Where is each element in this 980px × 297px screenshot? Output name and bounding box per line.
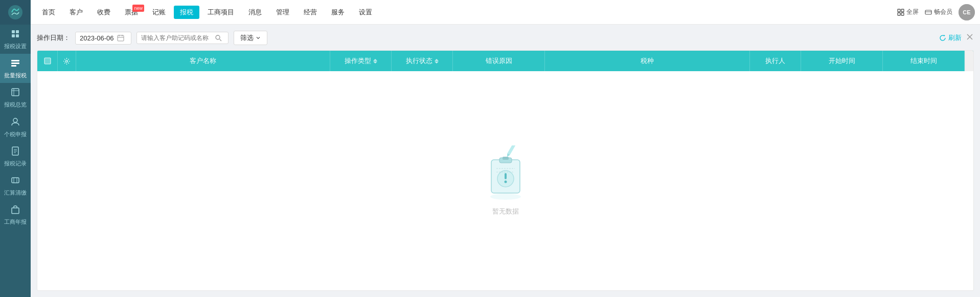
th-executor: 执行人 xyxy=(750,51,801,71)
svg-rect-21 xyxy=(901,9,904,12)
svg-rect-1 xyxy=(12,30,15,33)
search-input[interactable] xyxy=(141,34,213,41)
sidebar-item-baoshui-zonlan[interactable]: 报税总览 xyxy=(0,83,31,112)
sidebar-item-huisuan-jiaona[interactable]: 汇算清缴 xyxy=(0,171,31,200)
new-badge: new xyxy=(132,5,144,12)
piliang-baoshui-icon xyxy=(10,58,20,71)
search-box[interactable] xyxy=(136,32,229,44)
sidebar-item-label: 批量报税 xyxy=(4,72,27,79)
huisuan-jiaona-icon xyxy=(10,175,20,188)
th-settings[interactable] xyxy=(58,51,76,71)
nav-item-fuwu[interactable]: 服务 xyxy=(325,6,351,19)
member-icon xyxy=(925,9,932,16)
th-endtime: 结束时间 xyxy=(883,51,965,71)
svg-rect-7 xyxy=(11,65,16,67)
svg-point-0 xyxy=(8,5,22,19)
svg-rect-20 xyxy=(898,9,900,12)
sidebar-item-label: 工商年报 xyxy=(4,219,27,225)
sidebar-item-label: 报税记录 xyxy=(4,160,27,167)
nav-right: 全屏 畅会员 CE xyxy=(897,4,975,20)
filter-button[interactable]: 筛选 xyxy=(234,31,267,45)
table-header: 客户名称 操作类型 执行状态 错误原因 xyxy=(37,51,973,71)
svg-line-31 xyxy=(220,39,222,41)
refresh-icon xyxy=(939,34,946,41)
nav-item-shoufei[interactable]: 收费 xyxy=(91,6,117,19)
close-icon xyxy=(966,33,974,41)
svg-rect-8 xyxy=(12,89,19,96)
fullscreen-icon xyxy=(897,9,904,16)
nav-item-piao[interactable]: 票据 new xyxy=(119,6,144,19)
sidebar-item-baoshui-shezhi[interactable]: 报税设置 xyxy=(0,25,31,54)
svg-point-44 xyxy=(504,181,507,183)
svg-rect-24 xyxy=(925,10,931,14)
checkbox-all-icon xyxy=(44,57,51,65)
sort-icon xyxy=(435,59,439,63)
column-settings-icon xyxy=(63,57,71,65)
empty-illustration xyxy=(480,145,531,202)
main-area: 首页 客户 收费 票据 new 记账 报税 工商项目 消息 xyxy=(31,0,980,297)
th-checkbox[interactable] xyxy=(37,51,58,71)
sidebar-item-label: 个税申报 xyxy=(4,131,27,138)
nav-items: 首页 客户 收费 票据 new 记账 报税 工商项目 消息 xyxy=(36,6,897,19)
nav-item-baoshui[interactable]: 报税 xyxy=(174,6,199,19)
close-button[interactable] xyxy=(966,33,974,43)
th-error: 错误原因 xyxy=(453,51,545,71)
th-client: 客户名称 xyxy=(76,51,330,71)
nav-item-xiaoxi[interactable]: 消息 xyxy=(242,6,268,19)
th-optype[interactable]: 操作类型 xyxy=(330,51,392,71)
top-navigation: 首页 客户 收费 票据 new 记账 报税 工商项目 消息 xyxy=(31,0,980,25)
refresh-button[interactable]: 刷新 xyxy=(939,33,962,43)
app-logo[interactable] xyxy=(0,0,31,25)
nav-item-homepage[interactable]: 首页 xyxy=(36,6,61,19)
svg-rect-43 xyxy=(505,173,507,179)
baoshui-shezhi-icon xyxy=(10,29,20,41)
nav-item-jingying[interactable]: 经营 xyxy=(298,6,323,19)
content-area: 操作日期： 2023-06-06 筛选 xyxy=(31,25,980,297)
nav-item-gongshang[interactable]: 工商项目 xyxy=(201,6,240,19)
svg-rect-22 xyxy=(898,13,900,15)
svg-rect-16 xyxy=(12,178,19,183)
nav-item-jizha[interactable]: 记账 xyxy=(146,6,172,19)
table-body: 暂无数据 xyxy=(37,71,973,290)
sidebar-item-geshui-shenbao[interactable]: 个税申报 xyxy=(0,113,31,142)
empty-text: 暂无数据 xyxy=(492,207,519,216)
sidebar: 报税设置 批量报税 报税总览 个税申报 xyxy=(0,0,31,297)
empty-state: 暂无数据 xyxy=(470,135,541,226)
svg-rect-34 xyxy=(44,58,51,64)
svg-point-11 xyxy=(13,118,17,122)
member-button[interactable]: 畅会员 xyxy=(925,8,952,16)
baoshui-jilu-icon xyxy=(10,146,20,159)
th-starttime: 开始时间 xyxy=(801,51,883,71)
sidebar-item-label: 报税设置 xyxy=(4,43,27,50)
user-avatar[interactable]: CE xyxy=(959,4,975,20)
svg-rect-19 xyxy=(12,208,19,214)
svg-rect-3 xyxy=(12,34,15,37)
geshui-shenbao-icon xyxy=(10,117,20,130)
sidebar-item-piliang-baoshui[interactable]: 批量报税 xyxy=(0,54,31,83)
calendar-icon xyxy=(117,34,124,41)
svg-rect-6 xyxy=(11,62,19,64)
filter-bar: 操作日期： 2023-06-06 筛选 xyxy=(37,31,974,45)
nav-item-guanli[interactable]: 管理 xyxy=(270,6,295,19)
search-icon xyxy=(215,34,222,41)
baoshui-zonlan-icon xyxy=(10,87,20,100)
sidebar-item-baoshui-jilu[interactable]: 报税记录 xyxy=(0,142,31,171)
nav-item-shezhi[interactable]: 设置 xyxy=(353,6,378,19)
gongshang-nianbao-icon xyxy=(10,204,20,217)
data-table: 客户名称 操作类型 执行状态 错误原因 xyxy=(37,50,974,291)
th-taxtype: 税种 xyxy=(545,51,750,71)
svg-point-47 xyxy=(490,194,521,200)
svg-rect-23 xyxy=(901,13,904,15)
svg-point-35 xyxy=(66,60,68,62)
fullscreen-button[interactable]: 全屏 xyxy=(897,8,919,16)
date-picker[interactable]: 2023-06-06 xyxy=(75,32,131,45)
svg-point-30 xyxy=(216,35,220,39)
sidebar-item-label: 汇算清缴 xyxy=(4,189,27,196)
nav-item-clients[interactable]: 客户 xyxy=(63,6,89,19)
sidebar-item-gongshang-nianbao[interactable]: 工商年报 xyxy=(0,200,31,229)
chevron-down-icon xyxy=(256,35,261,40)
svg-rect-4 xyxy=(16,34,19,37)
th-status[interactable]: 执行状态 xyxy=(392,51,453,71)
svg-rect-26 xyxy=(118,35,124,41)
sidebar-item-label: 报税总览 xyxy=(4,101,27,108)
